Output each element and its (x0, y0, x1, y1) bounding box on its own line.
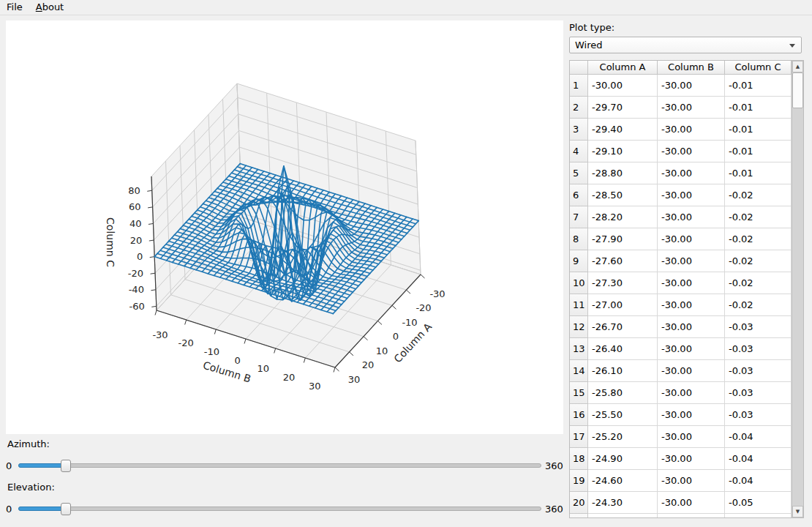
table-cell[interactable]: -25.20 (588, 426, 658, 448)
table-cell[interactable]: -29.10 (588, 141, 658, 162)
table-cell[interactable]: -30.00 (658, 75, 725, 97)
table-cell[interactable]: -0.04 (725, 470, 792, 492)
table-cell[interactable]: -0.02 (725, 272, 792, 294)
column-a-header[interactable]: Column A (588, 61, 658, 74)
table-cell[interactable]: -30.00 (658, 316, 725, 338)
table-cell[interactable]: -30.00 (658, 338, 725, 360)
table-cell[interactable]: -0.01 (725, 97, 792, 119)
table-cell[interactable] (588, 514, 658, 518)
table-cell[interactable]: -30.00 (658, 206, 725, 228)
table-cell[interactable]: -0.02 (725, 250, 792, 272)
table-cell[interactable]: -30.00 (658, 360, 725, 382)
table-cell[interactable]: -0.05 (725, 492, 792, 514)
plot-canvas[interactable]: -30-20-100102030-30-20-10010203080604020… (6, 20, 563, 434)
table-cell[interactable]: -27.60 (588, 250, 658, 272)
row-header[interactable]: 6 (570, 184, 588, 206)
table-cell[interactable]: -26.40 (588, 338, 658, 360)
table-cell[interactable]: -0.03 (725, 360, 792, 382)
table-cell[interactable]: -25.80 (588, 382, 658, 404)
table-cell[interactable]: -0.03 (725, 382, 792, 404)
table-cell[interactable]: -30.00 (588, 75, 658, 97)
row-header[interactable]: 7 (570, 206, 588, 228)
table-cell[interactable]: -0.02 (725, 184, 792, 206)
table-cell[interactable]: -0.01 (725, 162, 792, 184)
table-cell[interactable] (658, 514, 725, 518)
row-header[interactable]: 17 (570, 426, 588, 448)
table-cell[interactable]: -30.00 (658, 448, 725, 470)
table-cell[interactable]: -29.70 (588, 97, 658, 119)
table-cell[interactable]: -30.00 (658, 250, 725, 272)
table-cell[interactable]: -0.01 (725, 119, 792, 141)
menu-about[interactable]: About (29, 0, 70, 15)
table-cell[interactable]: -24.90 (588, 448, 658, 470)
table-cell[interactable]: -0.02 (725, 206, 792, 228)
column-b-header[interactable]: Column B (658, 61, 725, 74)
row-header[interactable]: 16 (570, 404, 588, 426)
table-cell[interactable]: -0.03 (725, 404, 792, 426)
row-header[interactable]: 12 (570, 316, 588, 338)
scrollbar-thumb[interactable] (792, 72, 803, 108)
table-cell[interactable]: -30.00 (658, 97, 725, 119)
table-cell[interactable]: -29.40 (588, 119, 658, 141)
table-cell[interactable]: -25.50 (588, 404, 658, 426)
row-header[interactable]: 5 (570, 162, 588, 184)
table-cell[interactable]: -30.00 (658, 294, 725, 316)
row-header[interactable]: 10 (570, 272, 588, 294)
table-cell[interactable]: -26.10 (588, 360, 658, 382)
table-cell[interactable]: -30.00 (658, 141, 725, 162)
row-header[interactable] (570, 514, 588, 518)
row-header[interactable]: 11 (570, 294, 588, 316)
row-header[interactable]: 19 (570, 470, 588, 492)
elevation-slider-track[interactable] (18, 507, 541, 511)
table-cell[interactable]: -24.30 (588, 492, 658, 514)
azimuth-slider-track[interactable] (18, 463, 541, 468)
menu-file[interactable]: File (0, 0, 29, 15)
table-cell[interactable]: -30.00 (658, 119, 725, 141)
table-cell[interactable]: -27.90 (588, 228, 658, 250)
table-cell[interactable]: -0.03 (725, 316, 792, 338)
row-header[interactable]: 20 (570, 492, 588, 514)
scroll-up-icon[interactable]: ▲ (792, 61, 803, 72)
row-header[interactable]: 1 (570, 75, 588, 97)
table-cell[interactable]: -28.20 (588, 206, 658, 228)
row-header[interactable]: 8 (570, 228, 588, 250)
table-cell[interactable]: -30.00 (658, 426, 725, 448)
elevation-slider-handle[interactable] (61, 503, 71, 515)
azimuth-slider-handle[interactable] (61, 460, 71, 472)
row-header[interactable]: 15 (570, 382, 588, 404)
table-cell[interactable]: -24.60 (588, 470, 658, 492)
table-cell[interactable]: -26.70 (588, 316, 658, 338)
table-cell[interactable] (725, 514, 792, 518)
table-cell[interactable]: -0.01 (725, 75, 792, 97)
scroll-down-icon[interactable]: ▼ (792, 506, 803, 517)
table-cell[interactable]: -30.00 (658, 162, 725, 184)
row-header[interactable]: 2 (570, 97, 588, 119)
row-header[interactable]: 13 (570, 338, 588, 360)
table-cell[interactable]: -30.00 (658, 404, 725, 426)
table-cell[interactable]: -28.50 (588, 184, 658, 206)
table-cell[interactable]: -28.80 (588, 162, 658, 184)
row-header[interactable]: 3 (570, 119, 588, 141)
table-cell[interactable]: -0.04 (725, 448, 792, 470)
plot-type-combobox[interactable]: Wired (569, 37, 802, 53)
table-scrollbar[interactable]: ▲ ▼ (792, 61, 803, 517)
table-cell[interactable]: -0.02 (725, 228, 792, 250)
table-cell[interactable]: -30.00 (658, 470, 725, 492)
table-cell[interactable]: -30.00 (658, 228, 725, 250)
row-header[interactable]: 9 (570, 250, 588, 272)
table-cell[interactable]: -30.00 (658, 382, 725, 404)
column-c-header[interactable]: Column C (725, 61, 792, 74)
table-cell[interactable]: -0.04 (725, 426, 792, 448)
menu-bar: FileAbout (0, 0, 812, 15)
row-header[interactable]: 18 (570, 448, 588, 470)
table-cell[interactable]: -27.30 (588, 272, 658, 294)
table-cell[interactable]: -0.01 (725, 141, 792, 162)
table-cell[interactable]: -30.00 (658, 492, 725, 514)
table-cell[interactable]: -27.00 (588, 294, 658, 316)
row-header[interactable]: 14 (570, 360, 588, 382)
table-cell[interactable]: -30.00 (658, 272, 725, 294)
table-cell[interactable]: -0.02 (725, 294, 792, 316)
table-cell[interactable]: -30.00 (658, 184, 725, 206)
row-header[interactable]: 4 (570, 141, 588, 162)
table-cell[interactable]: -0.03 (725, 338, 792, 360)
